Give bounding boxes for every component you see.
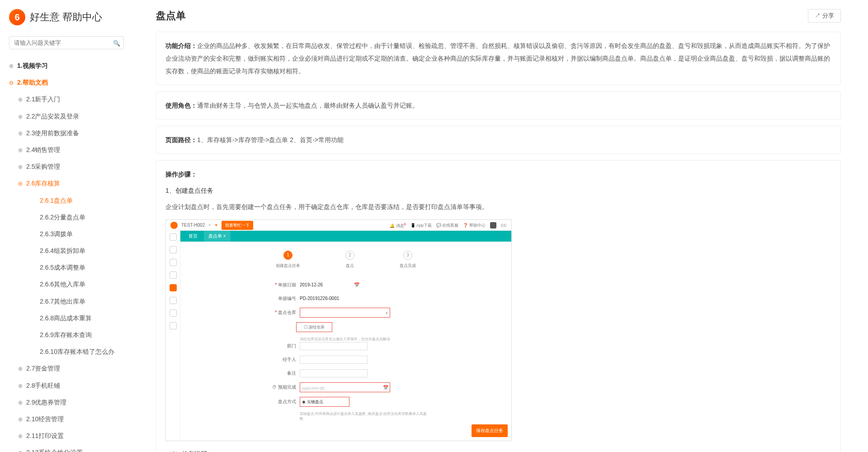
nav-item[interactable]: 2.6.7其他出库单 <box>9 293 133 310</box>
plus-icon: ⊕ <box>18 448 26 452</box>
main-header: 盘点单 ↗ 分享 <box>156 9 841 23</box>
nav-label: 2.6.4组装拆卸单 <box>40 247 85 254</box>
nav-label: 2.6.7其他出库单 <box>40 298 85 305</box>
nav-item[interactable]: ⊕2.11打印设置 <box>9 428 133 444</box>
nav-item[interactable]: 2.6.10库存账本错了怎么办 <box>9 343 133 360</box>
plus-icon: ⊕ <box>18 415 26 425</box>
page-title: 盘点单 <box>156 9 186 23</box>
nav-label: 2.4销售管理 <box>26 146 60 153</box>
nav-label: 2.11打印设置 <box>26 432 64 439</box>
nav-label: 2.6.9库存账本查询 <box>40 331 92 338</box>
mock-topbar: TEST-H002 ▾ ✦ 我要帮忙一下 🔔 消息0 📱 App下载 💬 在线客… <box>166 220 511 231</box>
nav-item[interactable]: ⊕2.9优惠券管理 <box>9 394 133 411</box>
plus-icon: ⊕ <box>18 381 26 391</box>
brand-row: 6 好生意 帮助中心 <box>9 9 133 25</box>
logo-icon: 6 <box>9 9 25 25</box>
nav-item[interactable]: 2.6.2分量盘点单 <box>9 209 133 226</box>
plus-icon: ⊕ <box>18 95 26 105</box>
mock-logo-icon <box>170 222 178 229</box>
plus-icon: ⊕ <box>9 62 17 71</box>
plus-icon: ⊕ <box>18 398 26 408</box>
nav-item[interactable]: ⊕2.1新手入门 <box>9 91 133 108</box>
mock-tab-active: 盘点单 × <box>204 231 231 242</box>
nav-label: 2.6.10库存账本错了怎么办 <box>40 348 114 355</box>
search-icon[interactable]: 🔍 <box>113 39 120 46</box>
info-section: （1）信息说明 1）单据日期：建立盘点任务的时间 <box>165 447 831 452</box>
nav-label: 2.3使用前数据准备 <box>26 129 79 137</box>
nav-label: 2.8手机旺铺 <box>26 382 60 389</box>
nav-label: 2.5采购管理 <box>26 163 60 170</box>
panel-intro: 功能介绍：企业的商品品种多、收发频繁，在日常商品收发、保管过程中，由于计量错误、… <box>156 32 841 85</box>
mock-tab-home: 首页 <box>184 231 202 242</box>
minus-icon: ⊖ <box>18 179 26 189</box>
brand-text: 好生意 帮助中心 <box>30 10 102 24</box>
plus-icon: ⊕ <box>18 112 26 122</box>
nav-item[interactable]: 2.6.8商品成本重算 <box>9 310 133 327</box>
path-text: 1、库存核算->库存管理->盘点单 2、首页->常用功能 <box>197 136 344 143</box>
nav-item[interactable]: 2.6.3调拨单 <box>9 226 133 243</box>
mock-save-btn: 保存盘点任务 <box>472 424 508 437</box>
nav-label: 2.6.8商品成本重算 <box>40 314 92 322</box>
nav-item[interactable]: ⊕2.5采购管理 <box>9 158 133 175</box>
nav-label: 2.6库存核算 <box>26 180 60 187</box>
nav-item[interactable]: ⊕2.7资金管理 <box>9 360 133 377</box>
panel-path: 页面路径：1、库存核算->库存管理->盘点单 2、首页->常用功能 <box>156 126 841 154</box>
path-label: 页面路径： <box>165 136 197 143</box>
sidebar: 6 好生意 帮助中心 🔍 ⊕1.视频学习⊖2.帮助文档⊕2.1新手入门⊕2.2产… <box>0 0 133 452</box>
main-content: 盘点单 ↗ 分享 功能介绍：企业的商品品种多、收发频繁，在日常商品收发、保管过程… <box>133 0 868 452</box>
search-box: 🔍 <box>9 36 124 49</box>
nav-item[interactable]: 2.6.1盘点单 <box>9 192 133 209</box>
plus-icon: ⊕ <box>18 146 26 156</box>
mock-help-btn: 我要帮忙一下 <box>222 221 253 230</box>
mock-top-right: 🔔 消息0 📱 App下载 💬 在线客服 ❓ 帮助中心 CC <box>390 221 507 230</box>
nav-label: 2.12系统个性化设置 <box>26 449 83 452</box>
nav-label: 2.6.2分量盘点单 <box>40 214 85 221</box>
plus-icon: ⊕ <box>18 432 26 442</box>
nav-tree: ⊕1.视频学习⊖2.帮助文档⊕2.1新手入门⊕2.2产品安装及登录⊕2.3使用前… <box>9 57 133 452</box>
share-label: 分享 <box>822 12 834 19</box>
nav-label: 2.帮助文档 <box>17 79 48 86</box>
intro-label: 功能介绍： <box>165 42 197 49</box>
nav-item[interactable]: ⊕2.8手机旺铺 <box>9 377 133 394</box>
plus-icon: ⊕ <box>18 162 26 172</box>
nav-item[interactable]: 2.6.6其他入库单 <box>9 276 133 293</box>
intro-text: 企业的商品品种多、收发频繁，在日常商品收发、保管过程中，由于计量错误、检验疏忽、… <box>165 42 830 75</box>
nav-label: 2.2产品安装及登录 <box>26 113 79 120</box>
steps-title: 操作步骤： <box>165 168 831 181</box>
minus-icon: ⊖ <box>9 78 17 88</box>
nav-label: 2.6.3调拨单 <box>40 230 73 238</box>
nav-item[interactable]: ⊕2.4销售管理 <box>9 142 133 158</box>
nav-label: 2.6.5成本调整单 <box>40 264 85 271</box>
mock-form: 1创建盘点任务2盘点3盘点完成 * 单据日期2019-12-26📅 单据编号PD… <box>180 242 511 441</box>
step1-num: 1、创建盘点任务 <box>165 184 831 197</box>
nav-label: 2.7资金管理 <box>26 365 60 372</box>
mock-sidebar <box>166 231 180 441</box>
nav-label: 1.视频学习 <box>17 62 48 69</box>
step1-desc: 企业计划盘点时，首先需要创建一个盘点任务，用于确定盘点仓库，仓库是否要冻结，是否… <box>165 200 831 213</box>
steps-block: 操作步骤： 1、创建盘点任务 企业计划盘点时，首先需要创建一个盘点任务，用于确定… <box>156 160 841 452</box>
nav-item[interactable]: ⊖2.帮助文档 <box>9 74 133 91</box>
nav-item[interactable]: ⊕1.视频学习 <box>9 57 133 74</box>
nav-item[interactable]: ⊕2.3使用前数据准备 <box>9 125 133 142</box>
nav-label: 2.9优惠券管理 <box>26 399 66 406</box>
avatar-icon <box>490 222 496 228</box>
nav-item[interactable]: 2.6.4组装拆卸单 <box>9 243 133 259</box>
search-input[interactable] <box>9 36 124 49</box>
mock-tabs: 首页 盘点单 × <box>180 231 511 242</box>
plus-icon: ⊕ <box>18 364 26 374</box>
nav-label: 2.10经营管理 <box>26 415 64 423</box>
role-text: 通常由财务主导，与仓管人员一起实地盘点，最终由财务人员确认盈亏并记账。 <box>197 102 419 109</box>
screenshot-mock: TEST-H002 ▾ ✦ 我要帮忙一下 🔔 消息0 📱 App下载 💬 在线客… <box>165 219 512 441</box>
nav-item[interactable]: 2.6.9库存账本查询 <box>9 327 133 343</box>
share-button[interactable]: ↗ 分享 <box>808 9 841 23</box>
nav-label: 2.1新手入门 <box>26 95 60 103</box>
nav-item[interactable]: ⊕2.2产品安装及登录 <box>9 108 133 125</box>
role-label: 使用角色： <box>165 102 197 109</box>
nav-label: 2.6.6其他入库单 <box>40 281 85 288</box>
plus-icon: ⊕ <box>18 129 26 139</box>
nav-item[interactable]: ⊖2.6库存核算 <box>9 175 133 192</box>
nav-item[interactable]: ⊕2.12系统个性化设置 <box>9 444 133 452</box>
info-heading: （1）信息说明 <box>165 447 831 452</box>
nav-item[interactable]: 2.6.5成本调整单 <box>9 259 133 276</box>
nav-item[interactable]: ⊕2.10经营管理 <box>9 411 133 428</box>
